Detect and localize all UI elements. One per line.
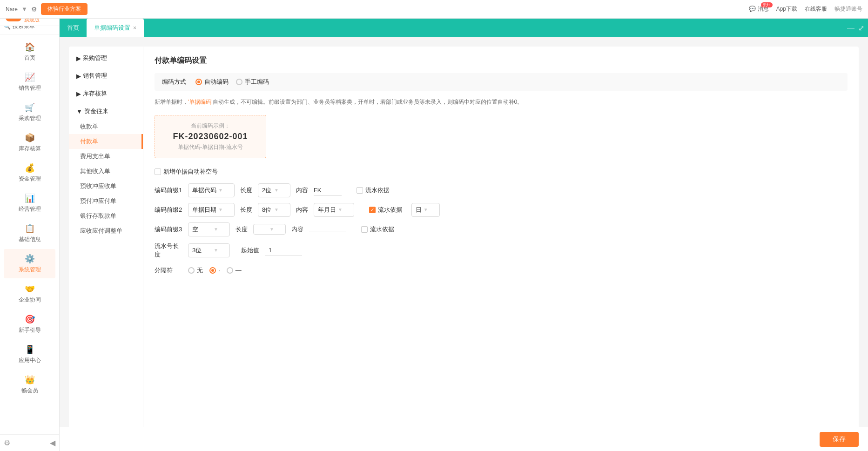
prefix1-arrow: ▼ bbox=[218, 188, 223, 193]
sep-dash-option[interactable]: — bbox=[227, 267, 242, 274]
sidebar-item-inventory[interactable]: 📦 库存核算 bbox=[4, 128, 55, 157]
prefix1-serial-checkbox[interactable]: 流水依据 bbox=[357, 186, 390, 195]
submenu-item-bank[interactable]: 银行存取款单 bbox=[69, 209, 143, 223]
submenu-item-pre-pay[interactable]: 预付冲应付单 bbox=[69, 194, 143, 209]
radio-auto-encode[interactable]: 自动编码 bbox=[195, 78, 229, 86]
sidebar-item-enterprise[interactable]: 🤝 企业协同 bbox=[4, 279, 55, 309]
submenu-item-payment[interactable]: 付款单 bbox=[69, 134, 143, 149]
serial-start-input[interactable]: 1 bbox=[265, 245, 302, 256]
prefix1-content-input[interactable]: FK bbox=[314, 185, 342, 196]
prefix3-value: 空 bbox=[192, 225, 198, 234]
prefix1-select[interactable]: 单据代码 ▼ bbox=[188, 183, 235, 197]
submenu-item-other-income[interactable]: 其他收入单 bbox=[69, 164, 143, 179]
sidebar-item-finance[interactable]: 💰 资金管理 bbox=[4, 158, 55, 188]
prefix2-select[interactable]: 单据日期 ▼ bbox=[188, 203, 235, 217]
newguide-icon: 🎯 bbox=[25, 314, 35, 324]
prefix3-select[interactable]: 空 ▼ bbox=[188, 222, 230, 236]
prefix2-serial-checkbox[interactable]: ✓ 流水依据 bbox=[369, 206, 402, 214]
chevron-right-icon: ▶ bbox=[76, 73, 81, 80]
manual-encode-label: 手工编码 bbox=[245, 78, 269, 86]
prefix3-label: 编码前缀3 bbox=[155, 225, 182, 234]
submenu-item-receipt[interactable]: 收款单 bbox=[69, 119, 143, 134]
sidebar-item-label: 基础信息 bbox=[19, 236, 41, 243]
submenu-group-sales: ▶ 销售管理 bbox=[69, 68, 143, 84]
dropdown-arrow-icon[interactable]: ▼ bbox=[21, 6, 27, 13]
online-service-link[interactable]: 在线客服 bbox=[805, 5, 827, 13]
submenu-finance-title[interactable]: ▼ 资金往来 bbox=[69, 103, 143, 119]
sidebar-settings-icon[interactable]: ⚙ bbox=[4, 438, 10, 447]
prefix2-serial-label: 流水依据 bbox=[378, 206, 402, 214]
sidebar-item-label: 首页 bbox=[24, 54, 35, 62]
auto-fill-label: 新增单据自动补空号 bbox=[163, 168, 218, 176]
auto-fill-checkbox-box bbox=[155, 168, 161, 175]
main-content: ▶ 采购管理 ▶ 销售管理 ▶ 库存核算 ▼ 资金往来 bbox=[60, 37, 868, 451]
prefix1-content-value: FK bbox=[314, 187, 322, 194]
tab-minimize-icon[interactable]: — bbox=[847, 24, 855, 32]
tab-home[interactable]: 首页 bbox=[60, 19, 87, 37]
tab-close-icon[interactable]: × bbox=[133, 25, 136, 31]
sep-dot-option[interactable]: · bbox=[209, 267, 220, 274]
home-icon: 🏠 bbox=[25, 42, 35, 52]
tab-current[interactable]: 单据编码设置 × bbox=[87, 19, 144, 37]
prefix2-period-select[interactable]: 日 ▼ bbox=[411, 203, 440, 217]
settings-icon[interactable]: ⚙ bbox=[31, 6, 37, 13]
sidebar-item-purchase[interactable]: 🛒 采购管理 bbox=[4, 98, 55, 127]
submenu-item-pre-receive[interactable]: 预收冲应收单 bbox=[69, 179, 143, 194]
prefix3-row: 编码前缀3 空 ▼ 长度 ▼ 内容 流水依据 bbox=[155, 222, 848, 236]
preview-label: 当前编码示例： bbox=[166, 122, 255, 130]
submenu-inventory-title[interactable]: ▶ 库存核算 bbox=[69, 86, 143, 101]
prefix1-length-select[interactable]: 2位 ▼ bbox=[258, 183, 290, 197]
sidebar-item-label: 销售管理 bbox=[19, 84, 41, 92]
prefix3-content-input[interactable] bbox=[309, 227, 346, 231]
serial-start-value: 1 bbox=[269, 247, 272, 254]
sidebar-item-apps[interactable]: 📱 应用中心 bbox=[4, 340, 55, 369]
form-rows: 编码前缀1 单据代码 ▼ 长度 2位 ▼ 内容 FK bbox=[155, 183, 848, 236]
sidebar-item-sales[interactable]: 📈 销售管理 bbox=[4, 67, 55, 97]
sep-none-option[interactable]: 无 bbox=[188, 266, 203, 275]
prefix3-arrow: ▼ bbox=[214, 227, 218, 232]
app-download-link[interactable]: App下载 bbox=[776, 5, 797, 13]
tab-bar-actions: — ⤢ bbox=[847, 24, 868, 33]
finance-icon: 💰 bbox=[25, 163, 35, 173]
sep-dash-dot bbox=[227, 267, 233, 274]
sidebar-item-newguide[interactable]: 🎯 新手引导 bbox=[4, 310, 55, 339]
sidebar-item-operations[interactable]: 📊 经营管理 bbox=[4, 188, 55, 218]
prefix3-serial-checkbox[interactable]: 流水依据 bbox=[361, 225, 394, 234]
prefix2-length-label: 长度 bbox=[240, 206, 252, 214]
sidebar-item-member[interactable]: 👑 畅会员 bbox=[4, 370, 55, 399]
sidebar: 畅 畅捷通好生意 旗舰版 🔍 搜索菜单 🏠 首页 📈 销售管理 🛒 采购管理 📦… bbox=[0, 0, 60, 451]
encode-method-label: 编码方式 bbox=[162, 78, 186, 86]
sidebar-nav: 🏠 首页 📈 销售管理 🛒 采购管理 📦 库存核算 💰 资金管理 📊 经营管理 … bbox=[0, 34, 59, 434]
sep-dash-label: — bbox=[236, 267, 242, 274]
submenu-purchase-title[interactable]: ▶ 采购管理 bbox=[69, 50, 143, 66]
prefix2-length-select[interactable]: 8位 ▼ bbox=[258, 203, 290, 217]
sidebar-item-basic[interactable]: 📋 基础信息 bbox=[4, 219, 55, 248]
submenu-group-purchase: ▶ 采购管理 bbox=[69, 50, 143, 66]
preview-desc: 单据代码-单据日期-流水号 bbox=[166, 143, 255, 151]
serial-row: 流水号长度 3位 ▼ 起始值 1 bbox=[155, 242, 848, 259]
submenu-item-adjust[interactable]: 应收应付调整单 bbox=[69, 223, 143, 238]
operations-icon: 📊 bbox=[25, 193, 35, 203]
sidebar-item-label: 应用中心 bbox=[19, 357, 41, 364]
tab-expand-icon[interactable]: ⤢ bbox=[858, 24, 864, 33]
trial-btn[interactable]: 体验行业方案 bbox=[41, 3, 87, 15]
sidebar-item-home[interactable]: 🏠 首页 bbox=[4, 37, 55, 67]
tab-bar: 首页 单据编码设置 × — ⤢ bbox=[60, 19, 868, 37]
user-avatar[interactable]: 畅捷通账号 bbox=[834, 5, 862, 13]
serial-start-label: 起始值 bbox=[241, 246, 259, 255]
message-badge-btn[interactable]: 💬 消息 99+ bbox=[749, 5, 768, 13]
submenu-item-expense[interactable]: 费用支出单 bbox=[69, 149, 143, 164]
sidebar-item-label: 畅会员 bbox=[21, 387, 38, 395]
sidebar-item-system[interactable]: ⚙️ 系统管理 bbox=[4, 249, 55, 278]
sidebar-item-label: 企业协同 bbox=[19, 296, 41, 304]
sidebar-item-label: 新手引导 bbox=[19, 326, 41, 334]
prefix3-length-select[interactable]: ▼ bbox=[253, 224, 286, 235]
save-button[interactable]: 保存 bbox=[820, 432, 859, 447]
prefix2-content-select[interactable]: 年月日 ▼ bbox=[314, 203, 354, 217]
sidebar-collapse-icon[interactable]: ◀ bbox=[50, 438, 55, 447]
auto-fill-checkbox[interactable]: 新增单据自动补空号 bbox=[155, 168, 218, 176]
radio-manual-dot bbox=[236, 79, 242, 85]
radio-manual-encode[interactable]: 手工编码 bbox=[236, 78, 269, 86]
serial-length-select[interactable]: 3位 ▼ bbox=[188, 243, 230, 257]
submenu-sales-title[interactable]: ▶ 销售管理 bbox=[69, 68, 143, 84]
